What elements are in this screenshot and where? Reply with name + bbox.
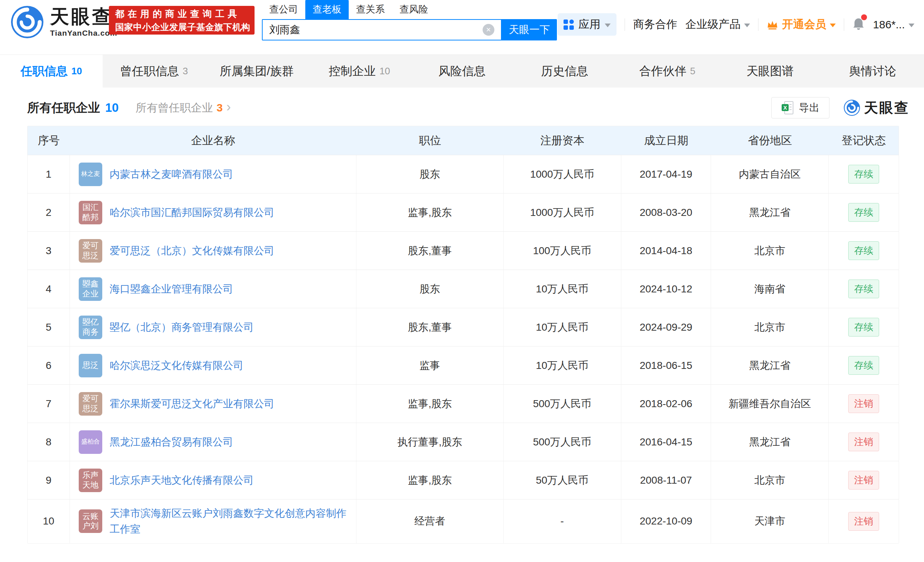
nav-tab[interactable]: 舆情讨论: [821, 55, 924, 87]
company-logo[interactable]: 国汇酷邦: [79, 201, 102, 224]
brand-logo[interactable]: 天眼查 TianYanCha.com: [10, 5, 117, 39]
company-logo[interactable]: 思泛: [79, 354, 102, 378]
search-tab[interactable]: 查关系: [349, 0, 392, 19]
cell-seq: 5: [28, 308, 70, 346]
enterprise-product-menu[interactable]: 企业级产品: [685, 17, 750, 32]
status-badge: 注销: [848, 512, 879, 531]
cell-seq: 10: [28, 499, 70, 543]
top-header: 天眼查 TianYanCha.com 都在用的商业查询工具 国家中小企业发展子基…: [0, 0, 924, 54]
search-area: 查公司查老板查关系查风险 刘雨鑫 × 天眼一下: [262, 1, 557, 40]
search-tab[interactable]: 查风险: [392, 0, 435, 19]
nav-tab[interactable]: 曾任职信息3: [103, 55, 205, 87]
account-menu[interactable]: 186*...: [873, 18, 914, 31]
apps-grid-icon: [564, 19, 574, 30]
company-name-link[interactable]: 海口曌鑫企业管理有限公司: [110, 281, 233, 297]
nav-tab[interactable]: 任职信息10: [0, 55, 103, 87]
cell-capital: 10万人民币: [504, 308, 621, 346]
cell-position: 执行董事,股东: [356, 423, 504, 461]
cell-status: 注销: [829, 499, 898, 543]
column-header: 成立日期: [621, 133, 711, 148]
company-logo[interactable]: 林之麦: [79, 163, 102, 186]
cell-position: 监事,股东: [356, 461, 504, 499]
company-name-link[interactable]: 北京乐声天地文化传播有限公司: [110, 472, 254, 488]
company-name-link[interactable]: 哈尔滨思泛文化传媒有限公司: [110, 358, 243, 373]
former-positions-link[interactable]: 所有曾任职企业 3 ›: [136, 100, 231, 115]
nav-tab-label: 风险信息: [438, 63, 486, 79]
clear-search-icon[interactable]: ×: [483, 24, 494, 36]
nav-tab-count: 3: [183, 66, 188, 77]
company-name-link[interactable]: 哈尔滨市国汇酷邦国际贸易有限公司: [110, 204, 274, 220]
apps-label: 应用: [578, 17, 600, 32]
cell-seq: 1: [28, 155, 70, 193]
nav-tab[interactable]: 合作伙伴5: [616, 55, 719, 87]
table-row: 5曌亿商务曌亿（北京）商务管理有限公司股东,董事10万人民币2024-09-29…: [28, 308, 898, 346]
company-logo[interactable]: 乐声天地: [79, 469, 102, 492]
vip-membership-menu[interactable]: 开通会员: [766, 17, 836, 32]
watermark-text: 天眼查: [864, 99, 909, 117]
tianyancha-swirl-icon: [10, 5, 44, 39]
business-cooperation-link[interactable]: 商务合作: [633, 17, 677, 32]
cell-status: 存续: [829, 193, 898, 231]
nav-tab[interactable]: 风险信息: [411, 55, 513, 87]
cell-company: 盛柏合黑龙江盛柏合贸易有限公司: [70, 423, 356, 461]
detail-nav-tabs: 任职信息10曾任职信息3所属集团/族群控制企业10风险信息历史信息合作伙伴5天眼…: [0, 54, 924, 87]
nav-tab[interactable]: 所属集团/族群: [205, 55, 308, 87]
crown-icon: [766, 19, 778, 30]
cell-capital: 1000万人民币: [504, 155, 621, 193]
cell-established-date: 2008-11-07: [621, 461, 711, 499]
export-label: 导出: [799, 101, 819, 115]
cell-region: 海南省: [711, 270, 829, 308]
status-badge: 存续: [848, 241, 879, 260]
company-name-link[interactable]: 内蒙古林之麦啤酒有限公司: [110, 166, 233, 182]
company-logo[interactable]: 曌亿商务: [79, 316, 102, 339]
nav-tab[interactable]: 天眼图谱: [719, 55, 821, 87]
nav-tab[interactable]: 历史信息: [513, 55, 616, 87]
search-input[interactable]: 刘雨鑫 ×: [262, 19, 502, 40]
status-badge: 存续: [848, 356, 879, 375]
section-title-count: 10: [105, 101, 119, 115]
vip-label: 开通会员: [782, 17, 826, 32]
table-row: 3爱可思泛爱可思泛（北京）文化传媒有限公司股东,董事100万人民币2014-04…: [28, 231, 898, 270]
company-name-link[interactable]: 霍尔果斯爱可思泛文化产业有限公司: [110, 396, 274, 412]
table-row: 9乐声天地北京乐声天地文化传播有限公司监事,股东50万人民币2008-11-07…: [28, 461, 898, 499]
company-name-link[interactable]: 曌亿（北京）商务管理有限公司: [110, 319, 254, 335]
cell-position: 经营者: [356, 499, 504, 543]
company-name-link[interactable]: 天津市滨海新区云账户刘雨鑫数字文化创意内容制作工作室: [110, 505, 347, 537]
cell-status: 注销: [829, 385, 898, 423]
cell-seq: 4: [28, 270, 70, 308]
search-tab[interactable]: 查老板: [305, 0, 349, 19]
search-tab[interactable]: 查公司: [262, 0, 305, 19]
cell-company: 爱可思泛爱可思泛（北京）文化传媒有限公司: [70, 232, 356, 270]
company-logo[interactable]: 爱可思泛: [79, 392, 102, 416]
banner-line-1: 都在用的商业查询工具: [115, 8, 248, 20]
status-badge: 存续: [848, 318, 879, 337]
divider: [625, 18, 625, 31]
chevron-down-icon: [830, 24, 836, 27]
company-logo[interactable]: 云账户刘: [79, 510, 102, 533]
nav-tab-label: 合作伙伴: [639, 63, 686, 79]
search-button[interactable]: 天眼一下: [502, 19, 557, 40]
company-name-link[interactable]: 黑龙江盛柏合贸易有限公司: [110, 434, 233, 450]
divider: [844, 18, 844, 31]
divider: [758, 18, 759, 31]
export-button[interactable]: X 导出: [771, 97, 830, 118]
cell-company: 林之麦内蒙古林之麦啤酒有限公司: [70, 155, 356, 193]
column-header: 序号: [28, 133, 70, 148]
notification-bell-icon[interactable]: [852, 17, 865, 32]
company-logo[interactable]: 曌鑫企业: [79, 277, 102, 301]
column-header: 省份地区: [711, 133, 829, 148]
cell-capital: 10万人民币: [504, 346, 621, 384]
banner-line-2: 国家中小企业发展子基金旗下机构: [115, 21, 248, 33]
apps-menu-button[interactable]: 应用: [558, 13, 616, 36]
enterprise-product-label: 企业级产品: [685, 17, 741, 32]
excel-icon: X: [781, 101, 794, 115]
nav-tab-label: 所属集团/族群: [220, 63, 294, 79]
company-name-link[interactable]: 爱可思泛（北京）文化传媒有限公司: [110, 243, 274, 259]
cell-established-date: 2018-06-15: [621, 346, 711, 384]
notification-dot: [861, 14, 867, 20]
nav-tab[interactable]: 控制企业10: [308, 55, 411, 87]
company-logo[interactable]: 盛柏合: [79, 430, 102, 454]
company-logo[interactable]: 爱可思泛: [79, 239, 102, 262]
nav-tab-count: 5: [690, 66, 695, 77]
promo-banner: 都在用的商业查询工具 国家中小企业发展子基金旗下机构: [109, 6, 255, 34]
